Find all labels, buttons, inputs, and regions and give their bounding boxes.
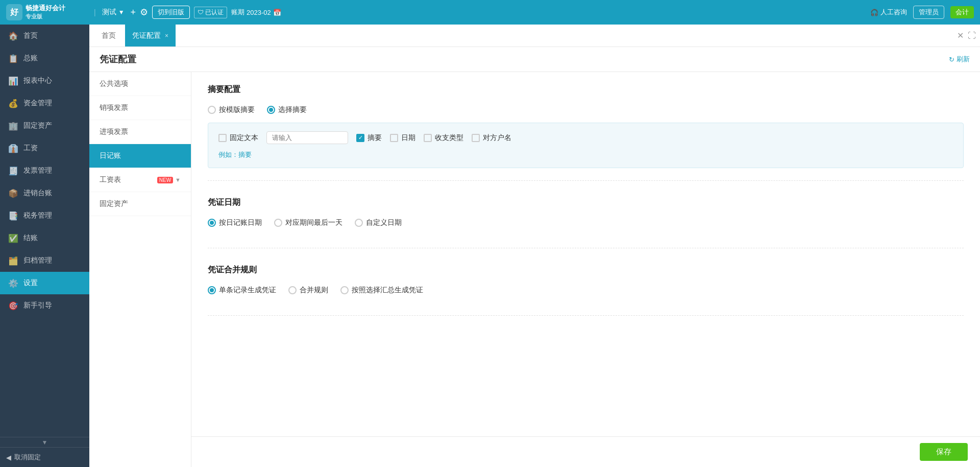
- close-window-icon[interactable]: ✕: [957, 31, 964, 40]
- left-nav-purchase-invoice[interactable]: 进项发票: [89, 120, 191, 144]
- shield-icon: 🛡: [198, 9, 204, 16]
- payroll-icon: 👔: [8, 143, 18, 153]
- settings-button[interactable]: ⚙: [140, 7, 148, 18]
- topbar: 好 畅捷通好会计 专业版 | 测试 ▼ + ⚙ 切到旧版 🛡 已认证 账期 20…: [0, 0, 980, 25]
- logo-text: 畅捷通好会计: [26, 4, 65, 13]
- main-layout: 🏠 首页 📋 总账 📊 报表中心 💰 资金管理 🏢 固定资产 👔 工资: [0, 25, 980, 467]
- sidebar-item-payroll[interactable]: 👔 工资: [0, 137, 89, 159]
- sidebar-item-archive[interactable]: 🗂️ 归档管理: [0, 249, 89, 272]
- date-checkbox-box[interactable]: [390, 134, 398, 142]
- tab-close-icon[interactable]: ×: [165, 33, 168, 39]
- home-icon: 🏠: [8, 31, 18, 41]
- summary-checkbox[interactable]: 摘要: [356, 133, 382, 143]
- logo-icon: 好: [6, 4, 22, 20]
- sidebar-item-home[interactable]: 🏠 首页: [0, 25, 89, 47]
- admin-button[interactable]: 管理员: [913, 6, 944, 19]
- sidebar-item-funds[interactable]: 💰 资金管理: [0, 92, 89, 114]
- app-logo: 好 畅捷通好会计 专业版: [6, 4, 88, 20]
- summary-option-select[interactable]: 选择摘要: [267, 105, 307, 114]
- date-option-journal[interactable]: 按日记账日期: [208, 218, 262, 227]
- summary-select-radio[interactable]: [267, 106, 275, 114]
- custom-date-radio[interactable]: [355, 219, 363, 227]
- left-nav-fixed-assets[interactable]: 固定资产: [89, 192, 191, 216]
- counterpart-checkbox[interactable]: 对方户名: [472, 133, 511, 143]
- maximize-icon[interactable]: ⛶: [968, 31, 976, 40]
- sidebar-scroll-down-icon[interactable]: ▼: [42, 439, 48, 446]
- date-radio-group: 按日记账日期 对应期间最后一天 自定义日期: [208, 218, 964, 227]
- left-nav: 公共选项 销项发票 进项发票 日记账 工资表 NEW ▼ 固定资产: [89, 72, 191, 467]
- sidebar-bottom: ◀ 取消固定: [0, 447, 89, 467]
- project-selector[interactable]: 测试 ▼: [102, 8, 125, 17]
- new-badge: NEW: [157, 177, 173, 183]
- date-option-period-last[interactable]: 对应期间最后一天: [274, 218, 342, 227]
- consult-button[interactable]: 🎧 人工咨询: [870, 8, 907, 17]
- old-version-button[interactable]: 切到旧版: [152, 6, 190, 19]
- sidebar-item-invoice[interactable]: 🧾 发票管理: [0, 159, 89, 182]
- sidebar-item-reports[interactable]: 📊 报表中心: [0, 69, 89, 92]
- fixed-text-input[interactable]: [266, 131, 348, 144]
- pin-icon: ◀: [6, 454, 11, 461]
- sidebar-item-ledger[interactable]: 📋 总账: [0, 47, 89, 69]
- save-footer: 保存: [191, 436, 980, 467]
- date-section: 凭证日期 按日记账日期 对应期间最后一天 自定义日期: [208, 197, 964, 248]
- calendar-icon[interactable]: 📅: [273, 9, 281, 16]
- sidebar-label-closing: 结账: [23, 233, 38, 243]
- topbar-actions: + ⚙ 切到旧版: [131, 6, 190, 19]
- date-option-custom[interactable]: 自定义日期: [355, 218, 402, 227]
- sidebar-label-sales: 进销台账: [23, 189, 52, 198]
- select-merge-radio[interactable]: [340, 286, 349, 294]
- sidebar-item-assets[interactable]: 🏢 固定资产: [0, 114, 89, 137]
- tab-bar: 首页 凭证配置 × ✕ ⛶: [89, 25, 980, 47]
- sales-icon: 📦: [8, 188, 18, 198]
- merge-rule-radio[interactable]: [288, 286, 297, 294]
- pay-type-checkbox[interactable]: 收支类型: [424, 133, 463, 143]
- period-display: 账期 2023-02 📅: [231, 8, 281, 17]
- fixed-text-checkbox[interactable]: 固定文本: [218, 133, 258, 143]
- sidebar-label-home: 首页: [23, 31, 38, 40]
- left-nav-sales-invoice[interactable]: 销项发票: [89, 96, 191, 120]
- sidebar-item-closing[interactable]: ✅ 结账: [0, 227, 89, 249]
- add-button[interactable]: +: [131, 7, 136, 18]
- accountant-button[interactable]: 会计: [950, 6, 974, 18]
- date-title: 凭证日期: [208, 197, 964, 208]
- sidebar-item-tax[interactable]: 📑 税务管理: [0, 204, 89, 227]
- tab-voucher-config[interactable]: 凭证配置 ×: [125, 25, 176, 46]
- assets-icon: 🏢: [8, 121, 18, 131]
- save-button[interactable]: 保存: [920, 443, 968, 461]
- sidebar-item-settings[interactable]: ⚙️ 设置: [0, 272, 89, 294]
- merge-option-rule[interactable]: 合并规则: [288, 286, 328, 295]
- summary-template-radio[interactable]: [208, 106, 216, 114]
- sidebar-label-archive: 归档管理: [23, 256, 52, 265]
- tab-bar-right: ✕ ⛶: [957, 31, 976, 40]
- sidebar-label-guide: 新手引导: [23, 301, 52, 310]
- single-radio[interactable]: [208, 286, 216, 294]
- pay-type-checkbox-box[interactable]: [424, 134, 432, 142]
- journal-date-radio[interactable]: [208, 219, 216, 227]
- left-nav-journal[interactable]: 日记账: [89, 144, 191, 168]
- summary-radio-group: 按模版摘要 选择摘要: [208, 105, 964, 114]
- counterpart-checkbox-box[interactable]: [472, 134, 480, 142]
- tax-icon: 📑: [8, 211, 18, 221]
- date-checkbox[interactable]: 日期: [390, 133, 415, 143]
- merge-option-single[interactable]: 单条记录生成凭证: [208, 286, 276, 295]
- period-last-radio[interactable]: [274, 219, 282, 227]
- content-area: 首页 凭证配置 × ✕ ⛶ 凭证配置 ↻ 刷新 公共选项 销项发票: [89, 25, 980, 467]
- sidebar-label-assets: 固定资产: [23, 121, 52, 130]
- sidebar-label-ledger: 总账: [23, 54, 38, 63]
- sidebar-item-sales[interactable]: 📦 进销台账: [0, 182, 89, 204]
- cancel-fixed-button[interactable]: ◀ 取消固定: [6, 453, 83, 462]
- merge-radio-group: 单条记录生成凭证 合并规则 按照选择汇总生成凭证: [208, 286, 964, 295]
- sidebar-item-guide[interactable]: 🎯 新手引导: [0, 294, 89, 317]
- sub-chevron-icon: ▼: [175, 177, 181, 183]
- closing-icon: ✅: [8, 233, 18, 243]
- fixed-text-checkbox-box[interactable]: [218, 134, 227, 142]
- left-nav-public[interactable]: 公共选项: [89, 72, 191, 96]
- merge-option-select-merge[interactable]: 按照选择汇总生成凭证: [340, 286, 423, 295]
- summary-option-template[interactable]: 按模版摘要: [208, 105, 255, 114]
- summary-checkbox-box[interactable]: [356, 134, 364, 142]
- page-title: 凭证配置: [100, 53, 136, 65]
- tab-home[interactable]: 首页: [93, 25, 124, 46]
- refresh-button[interactable]: ↻ 刷新: [949, 55, 970, 64]
- sidebar-label-payroll: 工资: [23, 144, 38, 153]
- left-nav-payroll-table[interactable]: 工资表 NEW ▼: [89, 168, 191, 192]
